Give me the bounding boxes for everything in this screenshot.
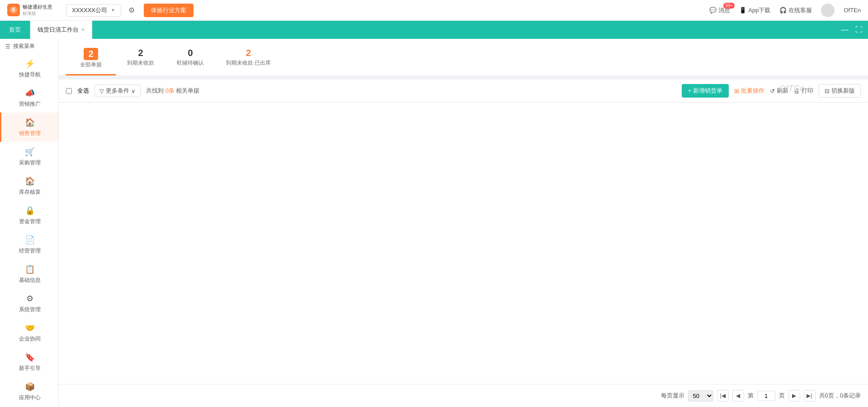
- sidebar-item-app-center[interactable]: 📦 应用中心: [0, 377, 58, 406]
- tab-close-icon[interactable]: ×: [81, 27, 85, 33]
- refresh-icon: ↺: [770, 88, 775, 94]
- sidebar-item-purchase[interactable]: 🛒 采购管理: [0, 142, 58, 171]
- service-icon: 🎧: [779, 7, 787, 14]
- stat-tab-not-shipped[interactable]: 2 到期未收款 已出库: [215, 44, 282, 75]
- stat-number-all: 2: [84, 48, 98, 60]
- first-page-button[interactable]: |◀: [717, 390, 729, 402]
- header-right: 💬 消息 99+ 📱 App下载 🎧 在线客服 OfTEn: [709, 4, 861, 17]
- print-button[interactable]: 🖨 打印: [794, 87, 813, 95]
- stat-label-overdue: 到期未收款: [127, 59, 154, 67]
- pagination-bar: 每页显示 50 100 200 |◀ ◀ 第 1 页 ▶ ▶| 共0页，0条记录: [59, 384, 868, 407]
- chevron-down-icon: ▼: [111, 8, 115, 13]
- filter-icon: ▽: [99, 88, 104, 94]
- tab-home[interactable]: 首页: [0, 21, 30, 39]
- app-center-icon: 📦: [24, 381, 35, 392]
- sidebar-item-system[interactable]: ⚙ 系统管理: [0, 289, 58, 318]
- stat-label-wangwang: 旺辅待确认: [177, 59, 204, 67]
- toolbar-right: + 新增销货单 ⊞ 批量操作 ↺ 刷新 🖨 打印 ⊟ 切换新版: [682, 84, 861, 98]
- stat-label-all: 全部单据: [80, 61, 102, 69]
- marketing-icon: 📣: [24, 88, 35, 98]
- company-name: XXXXXX公司: [72, 6, 107, 14]
- sidebar-item-cooperation[interactable]: 🤝 企业协同: [0, 318, 58, 347]
- purchase-icon: 🛒: [24, 146, 35, 157]
- svg-text:6: 6: [12, 7, 15, 13]
- batch-ops-button[interactable]: ⊞ 批量操作: [734, 87, 764, 95]
- page-label-end: 页: [779, 392, 785, 400]
- page-label: 第: [748, 392, 754, 400]
- sidebar-item-finance[interactable]: 🔒 资金管理: [0, 201, 58, 230]
- main-layout: ☰ 搜索菜单 ⚡ 快捷导航 📣 营销推广 🏠 销售管理 🛒 采购管理 🏠 库存核…: [0, 39, 868, 407]
- download-icon: 📱: [739, 7, 746, 14]
- trial-button[interactable]: 体验行业方案: [144, 4, 193, 17]
- refresh-button[interactable]: ↺ 刷新: [770, 87, 788, 95]
- app-download-button[interactable]: 📱 App下载: [739, 6, 770, 14]
- sidebar-item-operation[interactable]: 📄 经营管理: [0, 230, 58, 259]
- stat-label-not-shipped: 到期未收款 已出库: [226, 59, 271, 67]
- sidebar-item-marketing[interactable]: 📣 营销推广: [0, 83, 58, 112]
- search-icon: ☰: [5, 43, 10, 50]
- sidebar-item-guide[interactable]: 🔖 新手引导: [0, 347, 58, 377]
- message-icon: 💬: [709, 7, 717, 14]
- print-icon: 🖨: [794, 88, 800, 94]
- sidebar-item-inventory[interactable]: 🏠 库存核算: [0, 171, 58, 201]
- add-sale-order-button[interactable]: + 新增销货单: [682, 84, 729, 98]
- operation-icon: 📄: [24, 234, 35, 245]
- total-info: 共0页，0条记录: [819, 392, 861, 400]
- inventory-icon: 🏠: [24, 176, 35, 187]
- system-icon: ⚙: [24, 293, 35, 304]
- sidebar-item-base-info[interactable]: 📋 基础信息: [0, 259, 58, 289]
- base-info-icon: 📋: [24, 264, 35, 275]
- stat-tab-wangwang[interactable]: 0 旺辅待确认: [165, 44, 215, 75]
- top-header: 6 畅捷通好生意 标准版 XXXXXX公司 ▼ ⚙ 体验行业方案 💬 消息 99…: [0, 0, 868, 21]
- stats-bar: 2 全部单据 2 到期未收款 0 旺辅待确认 2 到期未收款 已出库: [59, 39, 868, 76]
- app-version: 标准版: [23, 10, 52, 17]
- tab-bar: 首页 钱货日清工作台 × — ⛶: [0, 21, 868, 39]
- last-page-button[interactable]: ▶|: [804, 390, 816, 402]
- tab-minimize-icon[interactable]: —: [839, 24, 850, 36]
- sales-icon: 🏠: [24, 117, 35, 128]
- chevron-down-icon: ∨: [131, 88, 136, 94]
- company-selector[interactable]: XXXXXX公司 ▼: [66, 4, 121, 17]
- select-all-checkbox[interactable]: [66, 88, 72, 94]
- switch-version-button[interactable]: ⊟ 切换新版: [819, 84, 861, 98]
- logo-area: 6 畅捷通好生意 标准版: [7, 4, 66, 16]
- sidebar-item-search-menu[interactable]: ☰ 搜索菜单: [0, 39, 58, 54]
- finance-icon: 🔒: [24, 205, 35, 216]
- app-name: 畅捷通好生意: [23, 4, 52, 10]
- tab-maximize-icon[interactable]: ⛶: [854, 24, 864, 36]
- toolbar: 全选 ▽ 更多条件 ∨ 共找到 0条 相关单据 + 新增销货单 ⊞ 批量操作 ↺: [59, 80, 868, 103]
- per-page-label: 每页显示: [661, 392, 684, 400]
- per-page-select[interactable]: 50 100 200: [688, 390, 713, 402]
- found-count: 0条: [165, 87, 175, 94]
- sidebar-item-quick-nav[interactable]: ⚡ 快捷导航: [0, 54, 58, 83]
- sidebar-item-sales[interactable]: 🏠 销售管理: [0, 112, 58, 142]
- main-content: 2 全部单据 2 到期未收款 0 旺辅待确认 2 到期未收款 已出库 全选 ▽ …: [59, 39, 868, 407]
- stat-number-wangwang: 0: [188, 48, 193, 58]
- online-service-button[interactable]: 🎧 在线客服: [779, 6, 812, 14]
- tab-bar-right: — ⛶: [839, 21, 868, 39]
- batch-icon: ⊞: [734, 88, 739, 94]
- settings-button[interactable]: ⚙: [125, 4, 138, 17]
- guide-icon: 🔖: [24, 352, 35, 363]
- user-name: OfTEn: [844, 7, 861, 14]
- next-page-button[interactable]: ▶: [788, 390, 800, 402]
- found-text: 共找到 0条 相关单据: [146, 87, 199, 95]
- stat-number-not-shipped: 2: [246, 48, 251, 58]
- stat-number-overdue: 2: [138, 48, 143, 58]
- content-area: [59, 103, 868, 384]
- prev-page-button[interactable]: ◀: [732, 390, 744, 402]
- select-all-label: 全选: [77, 87, 89, 95]
- message-badge: 99+: [723, 3, 735, 9]
- page-input[interactable]: 1: [757, 391, 775, 401]
- app-logo-icon: 6: [7, 4, 20, 16]
- stat-tab-all[interactable]: 2 全部单据: [66, 44, 116, 75]
- avatar[interactable]: [821, 4, 835, 17]
- switch-icon: ⊟: [825, 88, 830, 94]
- stat-tab-overdue[interactable]: 2 到期未收款: [116, 44, 165, 75]
- cooperation-icon: 🤝: [24, 323, 35, 333]
- tab-current[interactable]: 钱货日清工作台 ×: [30, 21, 92, 39]
- sidebar: ☰ 搜索菜单 ⚡ 快捷导航 📣 营销推广 🏠 销售管理 🛒 采购管理 🏠 库存核…: [0, 39, 59, 407]
- message-button[interactable]: 💬 消息 99+: [709, 6, 730, 14]
- lightning-icon: ⚡: [24, 58, 35, 69]
- more-filters-button[interactable]: ▽ 更多条件 ∨: [94, 84, 141, 97]
